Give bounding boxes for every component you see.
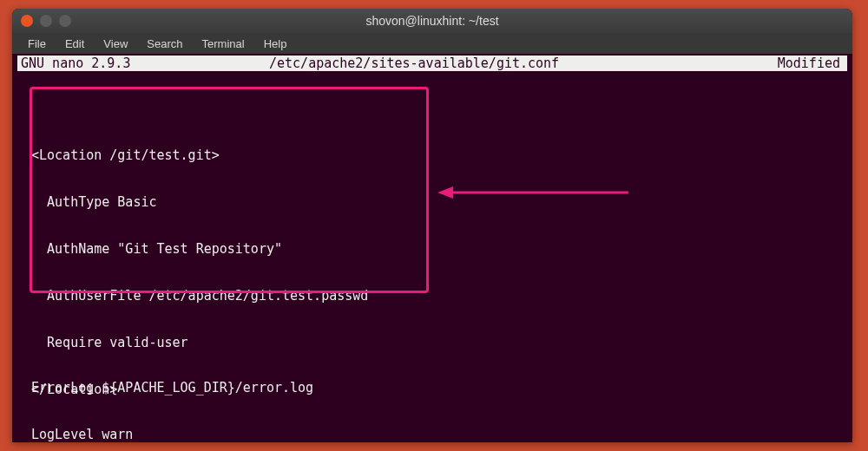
terminal-area[interactable]: GNU nano 2.9.3 /etc/apache2/sites-availa… [12, 56, 852, 442]
nano-file-path: /etc/apache2/sites-available/git.conf [269, 56, 752, 71]
menubar: File Edit View Search Terminal Help [12, 33, 852, 54]
menu-search[interactable]: Search [138, 36, 191, 52]
menu-help[interactable]: Help [255, 36, 296, 52]
terminal-window: shovon@linuxhint: ~/test File Edit View … [12, 9, 852, 442]
nano-app-name: GNU nano 2.9.3 [17, 56, 269, 71]
code-line: AuthUserFile /etc/apache2/git.test.passw… [31, 288, 838, 304]
code-line: LogLevel warn [31, 427, 399, 442]
window-controls [21, 15, 71, 27]
menu-edit[interactable]: Edit [56, 36, 93, 52]
code-line: ErrorLog ${APACHE_LOG_DIR}/error.log [31, 380, 399, 395]
maximize-icon[interactable] [59, 15, 71, 27]
titlebar[interactable]: shovon@linuxhint: ~/test [12, 9, 852, 33]
window-title: shovon@linuxhint: ~/test [365, 14, 498, 28]
code-line: AuthName "Git Test Repository" [31, 241, 838, 257]
close-icon[interactable] [21, 15, 33, 27]
code-line: <Location /git/test.git> [31, 147, 838, 163]
lower-config: ErrorLog ${APACHE_LOG_DIR}/error.log Log… [31, 349, 399, 442]
menu-terminal[interactable]: Terminal [194, 36, 253, 52]
minimize-icon[interactable] [40, 15, 52, 27]
nano-modified-status: Modified [752, 56, 847, 71]
nano-statusbar: GNU nano 2.9.3 /etc/apache2/sites-availa… [17, 56, 847, 71]
menu-view[interactable]: View [95, 36, 136, 52]
menu-file[interactable]: File [19, 36, 55, 52]
code-line: AuthType Basic [31, 194, 838, 210]
